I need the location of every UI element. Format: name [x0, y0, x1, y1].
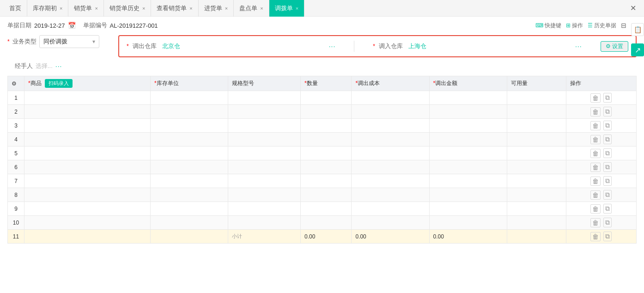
tab-purchase-order[interactable]: 进货单 ×: [199, 0, 234, 17]
delete-icon[interactable]: 🗑: [590, 93, 601, 103]
spec-cell[interactable]: [228, 188, 301, 202]
close-view-sales[interactable]: ×: [189, 6, 192, 11]
qty-cell[interactable]: [301, 216, 352, 230]
layout-icon[interactable]: ⊟: [621, 22, 626, 29]
unit-cell[interactable]: [150, 188, 228, 202]
spec-cell[interactable]: [228, 174, 301, 188]
product-cell[interactable]: [24, 216, 151, 230]
amount-cell[interactable]: [429, 91, 507, 105]
amount-cell[interactable]: [429, 160, 507, 174]
unit-cell[interactable]: [150, 216, 228, 230]
unit-cell[interactable]: [150, 119, 228, 133]
spec-cell[interactable]: [228, 160, 301, 174]
amount-cell[interactable]: [429, 202, 507, 216]
copy-icon[interactable]: ⧉: [603, 134, 612, 144]
unit-cell[interactable]: [150, 202, 228, 216]
cost-cell[interactable]: [352, 119, 429, 133]
delete-icon[interactable]: 🗑: [590, 232, 601, 241]
delete-icon[interactable]: 🗑: [590, 135, 601, 144]
delete-icon[interactable]: 🗑: [590, 107, 601, 116]
copy-icon[interactable]: ⧉: [603, 107, 612, 116]
qty-cell[interactable]: [301, 160, 352, 174]
handler-select[interactable]: 选择...: [36, 62, 53, 70]
product-cell[interactable]: [24, 119, 151, 133]
qty-cell[interactable]: [301, 119, 352, 133]
delete-icon[interactable]: 🗑: [590, 163, 601, 172]
qty-cell[interactable]: [301, 146, 352, 160]
copy-icon[interactable]: ⧉: [603, 93, 612, 103]
amount-cell[interactable]: [429, 105, 507, 119]
qty-cell[interactable]: [301, 133, 352, 146]
business-type-input[interactable]: 同价调拨 ▾: [39, 35, 99, 48]
qty-cell[interactable]: [301, 202, 352, 216]
th-setting[interactable]: ⚙: [8, 76, 24, 91]
copy-icon[interactable]: ⧉: [603, 176, 612, 186]
transfer-out-more-btn[interactable]: ···: [329, 43, 336, 50]
unit-cell[interactable]: [150, 174, 228, 188]
product-cell[interactable]: [24, 160, 151, 174]
amount-cell[interactable]: [429, 146, 507, 160]
transfer-in-more-btn[interactable]: ···: [575, 43, 582, 50]
copy-icon[interactable]: ⧉: [603, 148, 612, 158]
spec-cell[interactable]: [228, 105, 301, 119]
qty-cell[interactable]: [301, 105, 352, 119]
spec-cell[interactable]: [228, 91, 301, 105]
copy-icon[interactable]: ⧉: [603, 218, 612, 227]
close-inventory-count[interactable]: ×: [260, 6, 263, 11]
settings-button[interactable]: ⚙ 设置: [601, 41, 628, 52]
close-transfer-order[interactable]: ×: [296, 6, 298, 11]
product-cell[interactable]: [24, 146, 151, 160]
cost-cell[interactable]: [352, 91, 429, 105]
cost-cell[interactable]: [352, 105, 429, 119]
history-docs-button[interactable]: ☰ 历史单据: [588, 22, 616, 30]
product-cell[interactable]: [24, 105, 151, 119]
product-cell[interactable]: [24, 174, 151, 188]
tab-inventory-count[interactable]: 盘点单 ×: [234, 0, 269, 17]
tab-home[interactable]: 首页: [4, 0, 27, 17]
close-sales-order[interactable]: ×: [95, 6, 97, 11]
qty-cell[interactable]: [301, 174, 352, 188]
spec-cell[interactable]: [228, 146, 301, 160]
spec-cell[interactable]: [228, 216, 301, 230]
cost-cell[interactable]: [352, 174, 429, 188]
sidebar-link-icon[interactable]: ↗: [631, 43, 644, 56]
delete-icon[interactable]: 🗑: [590, 177, 601, 186]
amount-cell[interactable]: [429, 174, 507, 188]
product-cell[interactable]: [24, 133, 151, 146]
spec-cell[interactable]: [228, 119, 301, 133]
close-purchase-order[interactable]: ×: [225, 6, 228, 11]
unit-cell[interactable]: [150, 91, 228, 105]
unit-cell[interactable]: [150, 105, 228, 119]
qty-cell[interactable]: [301, 188, 352, 202]
amount-cell[interactable]: [429, 133, 507, 146]
delete-icon[interactable]: 🗑: [590, 190, 601, 200]
delete-icon[interactable]: 🗑: [590, 218, 601, 227]
cost-cell[interactable]: [352, 133, 429, 146]
spec-cell[interactable]: [228, 202, 301, 216]
copy-icon[interactable]: ⧉: [603, 121, 612, 130]
product-cell[interactable]: [24, 91, 151, 105]
handler-more-btn[interactable]: ···: [55, 62, 62, 70]
close-sales-history[interactable]: ×: [142, 6, 145, 11]
tab-view-sales[interactable]: 查看销货单 ×: [151, 0, 198, 17]
qty-cell[interactable]: [301, 91, 352, 105]
amount-cell[interactable]: [429, 188, 507, 202]
product-cell[interactable]: [24, 202, 151, 216]
cost-cell[interactable]: [352, 188, 429, 202]
business-type-dropdown[interactable]: ▾: [92, 38, 95, 45]
amount-cell[interactable]: [429, 119, 507, 133]
amount-cell[interactable]: [429, 216, 507, 230]
tab-sales-order[interactable]: 销货单 ×: [68, 0, 103, 17]
calendar-icon[interactable]: 📅: [68, 22, 76, 29]
tab-inventory-init[interactable]: 库存期初 ×: [27, 0, 68, 17]
cost-cell[interactable]: [352, 160, 429, 174]
cost-cell[interactable]: [352, 202, 429, 216]
shortcuts-button[interactable]: ⌨ 快捷键: [535, 22, 561, 30]
operations-button[interactable]: ⊞ 操作: [566, 22, 583, 30]
copy-icon[interactable]: ⧉: [603, 162, 612, 172]
copy-icon[interactable]: ⧉: [603, 190, 612, 200]
tab-sales-history[interactable]: 销货单历史 ×: [104, 0, 151, 17]
cost-cell[interactable]: [352, 216, 429, 230]
unit-cell[interactable]: [150, 133, 228, 146]
delete-icon[interactable]: 🗑: [590, 121, 601, 130]
